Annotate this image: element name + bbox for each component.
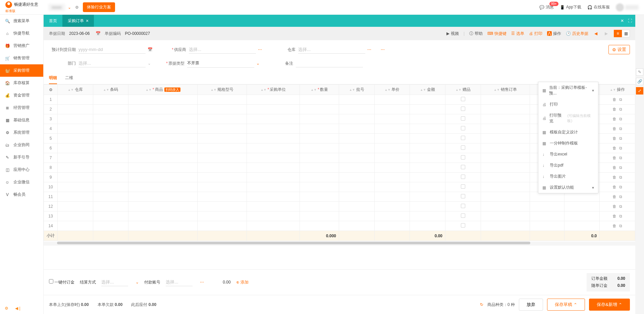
collapse-icon[interactable]: ◀❘	[15, 306, 21, 311]
sidebar-item-5[interactable]: 🏠库存核算	[0, 77, 43, 89]
sidebar-item-14[interactable]: V畅会员	[0, 188, 43, 201]
col-6[interactable]: ▲▼批号	[339, 85, 375, 95]
app-download-button[interactable]: 📱 App下载	[560, 4, 581, 10]
table-row[interactable]: 14🗑⧉	[44, 221, 635, 231]
calendar-icon[interactable]: 📅	[148, 47, 153, 52]
discard-button[interactable]: 放弃	[519, 299, 543, 311]
sidebar-item-4[interactable]: 🧺采购管理	[0, 64, 43, 77]
sidebar-item-2[interactable]: 🎁营销推广	[0, 40, 43, 52]
sidebar-item-13[interactable]: ☺企业微信	[0, 176, 43, 188]
copy-icon[interactable]: ⧉	[619, 194, 622, 199]
tab-0[interactable]: 首页	[44, 15, 62, 27]
copy-icon[interactable]: ⧉	[619, 204, 622, 209]
cta-button[interactable]: 体验行业方案	[83, 2, 115, 12]
copy-icon[interactable]: ⧉	[619, 155, 622, 160]
delete-icon[interactable]: 🗑	[612, 175, 616, 180]
history-link[interactable]: 🕑历史单据	[566, 31, 588, 37]
company-caret-icon[interactable]: ⌄	[68, 5, 71, 10]
more-icon[interactable]: ⋯	[258, 47, 262, 52]
copy-icon[interactable]: ⧉	[619, 165, 622, 170]
arrive-date-input[interactable]	[78, 46, 146, 54]
col-0[interactable]: ▲▼仓库	[58, 85, 93, 95]
gift-checkbox[interactable]	[461, 204, 465, 208]
col-7[interactable]: ▲▼单价	[374, 85, 410, 95]
delete-icon[interactable]: 🗑	[612, 136, 616, 141]
calendar-icon[interactable]: 📅	[96, 31, 101, 36]
chevron-down-icon[interactable]: ⌄	[148, 61, 151, 66]
delete-icon[interactable]: 🗑	[612, 194, 616, 199]
gift-checkbox[interactable]	[461, 175, 465, 179]
delete-icon[interactable]: 🗑	[612, 214, 616, 218]
gift-checkbox[interactable]	[461, 184, 465, 189]
copy-icon[interactable]: ⧉	[619, 136, 622, 141]
sidebar-item-7[interactable]: ≣经营管理	[0, 102, 43, 114]
dropdown-item-2[interactable]: 🖨打印预览(可编辑当前模板)	[538, 110, 598, 127]
col-9[interactable]: ▲▼赠品	[445, 85, 481, 95]
more-icon[interactable]: ⋯	[367, 47, 371, 52]
dropdown-item-1[interactable]: 🖨打印	[538, 99, 598, 110]
prev-doc-icon[interactable]: ◀	[593, 31, 599, 36]
refresh-icon[interactable]: ↻	[480, 302, 483, 307]
delete-icon[interactable]: 🗑	[612, 97, 616, 102]
col-gear[interactable]: ⚙	[44, 85, 58, 95]
gift-checkbox[interactable]	[461, 194, 465, 198]
fullscreen-icon[interactable]: ⛶	[628, 18, 632, 23]
sidebar-item-1[interactable]: ⌂快捷导航	[0, 27, 43, 40]
rail-attach-icon[interactable]: 🔗	[636, 78, 643, 85]
print-link[interactable]: 🖨打印	[529, 31, 542, 37]
gear-icon[interactable]: ⚙	[75, 5, 79, 10]
table-row[interactable]: 12🗑⧉	[44, 202, 635, 211]
next-doc-icon[interactable]: ▶	[603, 31, 609, 36]
dropdown-item-7[interactable]: ↓导出图片	[538, 171, 598, 182]
dropdown-item-6[interactable]: ↓导出pdf	[538, 160, 598, 171]
sidebar-item-0[interactable]: 🔍搜索菜单	[0, 15, 43, 27]
more-actions-icon[interactable]: ⋯	[381, 47, 385, 52]
hotkey-link[interactable]: ⌨快捷键	[487, 31, 506, 37]
delete-icon[interactable]: 🗑	[612, 165, 616, 170]
gift-checkbox[interactable]	[461, 107, 465, 111]
col-1[interactable]: ▲▼条码	[93, 85, 128, 95]
dropdown-item-4[interactable]: ▦一分钟制作模板	[538, 138, 598, 149]
table-tab-0[interactable]: 明细	[49, 72, 57, 84]
delete-icon[interactable]: 🗑	[612, 126, 616, 131]
remark-input[interactable]	[296, 59, 363, 67]
table-tab-1[interactable]: 二维	[65, 72, 73, 84]
col-3[interactable]: ▲▼规格型号	[198, 85, 247, 95]
sidebar-item-6[interactable]: 💰资金管理	[0, 89, 43, 102]
view-list-icon[interactable]: ≡	[614, 30, 622, 37]
delete-icon[interactable]: 🗑	[612, 185, 616, 189]
table-row[interactable]: 13🗑⧉	[44, 211, 635, 221]
help-link[interactable]: ⓘ帮助	[469, 31, 483, 37]
delete-icon[interactable]: 🗑	[612, 117, 616, 121]
sidebar-item-10[interactable]: 🗂企业协同	[0, 139, 43, 151]
tab-close-all-icon[interactable]: ✕	[621, 18, 624, 23]
chevron-down-icon[interactable]: ⌄	[256, 61, 260, 66]
close-icon[interactable]: ×	[86, 18, 89, 23]
sidebar-item-9[interactable]: ⚙系统管理	[0, 126, 43, 139]
more-icon[interactable]: ⋯	[200, 280, 204, 285]
gift-checkbox[interactable]	[461, 116, 465, 121]
dept-select[interactable]	[78, 59, 146, 67]
gift-checkbox[interactable]	[461, 145, 465, 150]
col-10[interactable]: ▲▼销售订单	[481, 85, 530, 95]
copy-icon[interactable]: ⧉	[619, 117, 622, 121]
gift-checkbox[interactable]	[461, 213, 465, 218]
doc-date[interactable]: 2023-06-06	[69, 31, 90, 36]
tab-1[interactable]: 采购订单×	[62, 15, 94, 27]
dropdown-item-5[interactable]: ↓导出excel	[538, 149, 598, 160]
copy-icon[interactable]: ⧉	[619, 146, 622, 150]
sidebar-item-3[interactable]: 🛒销售管理	[0, 52, 43, 64]
gift-checkbox[interactable]	[461, 97, 465, 101]
rail-expand-icon[interactable]: ⤢	[636, 87, 643, 95]
delete-icon[interactable]: 🗑	[612, 146, 616, 150]
col-13[interactable]: ▲▼操作	[600, 85, 635, 95]
gift-checkbox[interactable]	[461, 155, 465, 160]
copy-icon[interactable]: ⧉	[619, 97, 622, 102]
messages-button[interactable]: 💬 消息 99+	[539, 4, 554, 10]
rail-note-icon[interactable]: ✎	[636, 68, 643, 76]
copy-icon[interactable]: ⧉	[619, 224, 622, 228]
dropdown-item-3[interactable]: ▦模板自定义设计	[538, 127, 598, 138]
col-5[interactable]: ▲▼*数量	[300, 85, 339, 95]
sidebar-item-11[interactable]: ✎新手引导	[0, 151, 43, 164]
select-link[interactable]: ☰选单	[511, 31, 524, 37]
